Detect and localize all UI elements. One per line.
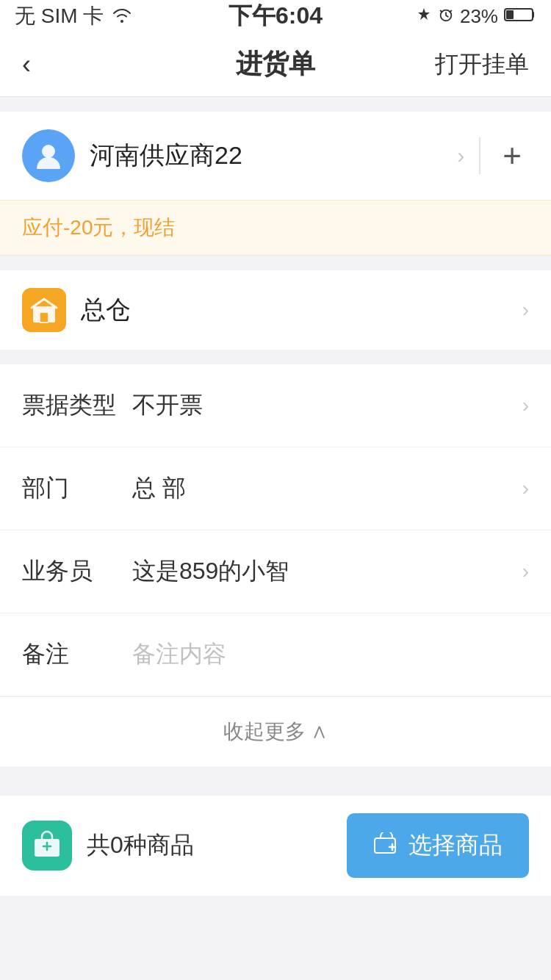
section-gap-3: [0, 350, 551, 364]
status-right: 23%: [416, 5, 536, 28]
invoice-type-row[interactable]: 票据类型 不开票 ›: [0, 364, 551, 447]
page-background: [0, 896, 551, 980]
status-bar: 无 SIM 卡 下午6:04 23%: [0, 0, 551, 32]
notice-text: 应付-20元，现结: [22, 216, 175, 239]
salesperson-chevron-icon: ›: [522, 560, 529, 583]
select-product-button[interactable]: 选择商品: [347, 813, 529, 878]
back-button[interactable]: ‹: [22, 49, 31, 80]
section-gap-4: [0, 766, 551, 781]
invoice-type-label: 票据类型: [22, 389, 125, 422]
product-icon: [22, 821, 72, 871]
svg-rect-5: [40, 312, 48, 323]
supplier-row[interactable]: 河南供应商22 › +: [0, 112, 551, 200]
salesperson-row[interactable]: 业务员 这是859的小智 ›: [0, 530, 551, 613]
battery-icon: [504, 5, 536, 28]
supplier-chevron-icon: ›: [457, 143, 464, 168]
cart-icon: [373, 832, 400, 859]
salesperson-value: 这是859的小智: [132, 555, 522, 588]
status-left: 无 SIM 卡: [15, 2, 133, 30]
carrier-text: 无 SIM 卡: [15, 2, 104, 30]
status-time: 下午6:04: [228, 0, 323, 32]
department-label: 部门: [22, 472, 125, 505]
page-title: 进货单: [236, 46, 315, 82]
department-row[interactable]: 部门 总 部 ›: [0, 447, 551, 530]
collapse-label: 收起更多 ∧: [223, 720, 328, 743]
warehouse-name: 总仓: [81, 293, 522, 327]
collapse-button[interactable]: 收起更多 ∧: [0, 696, 551, 766]
svg-point-3: [42, 145, 55, 158]
alarm-icon: [438, 5, 454, 28]
wifi-icon: [111, 4, 133, 28]
form-section: 票据类型 不开票 › 部门 总 部 › 业务员 这是859的小智 › 备注 备注…: [0, 364, 551, 766]
remark-row[interactable]: 备注 备注内容: [0, 613, 551, 696]
warehouse-row[interactable]: 总仓 ›: [0, 270, 551, 350]
remark-label: 备注: [22, 638, 125, 671]
location-icon: [416, 5, 432, 28]
salesperson-label: 业务员: [22, 555, 125, 588]
add-supplier-button[interactable]: +: [495, 140, 529, 172]
warehouse-chevron-icon: ›: [522, 298, 529, 322]
invoice-type-chevron-icon: ›: [522, 394, 529, 417]
notice-bar: 应付-20元，现结: [0, 200, 551, 256]
department-chevron-icon: ›: [522, 477, 529, 500]
bottom-section: 共0种商品 选择商品: [0, 796, 551, 896]
svg-rect-2: [506, 10, 514, 19]
select-product-label: 选择商品: [408, 829, 503, 862]
nav-bar: ‹ 进货单 打开挂单: [0, 32, 551, 97]
open-pending-button[interactable]: 打开挂单: [435, 48, 529, 81]
product-count-text: 共0种商品: [87, 829, 332, 862]
warehouse-section: 总仓 ›: [0, 270, 551, 350]
battery-text: 23%: [460, 5, 498, 28]
warehouse-icon: [22, 288, 66, 332]
supplier-divider: [479, 137, 480, 174]
invoice-type-value: 不开票: [132, 389, 522, 422]
supplier-name: 河南供应商22: [90, 139, 457, 173]
remark-value: 备注内容: [132, 638, 529, 671]
supplier-section: 河南供应商22 › + 应付-20元，现结: [0, 112, 551, 256]
section-gap-2: [0, 256, 551, 270]
department-value: 总 部: [132, 472, 522, 505]
supplier-avatar: [22, 129, 75, 182]
section-gap-1: [0, 97, 551, 112]
